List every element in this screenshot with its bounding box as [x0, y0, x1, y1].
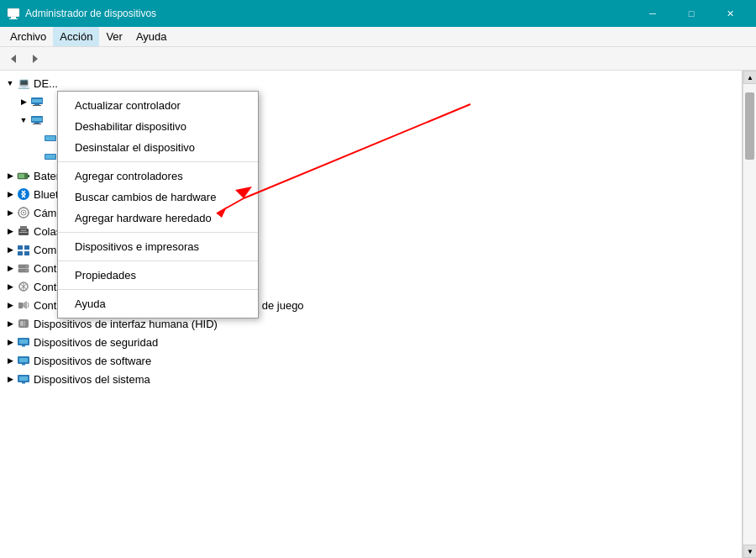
menu-item-agregar-hw[interactable]: Agregar hardware heredado [58, 208, 258, 229]
scrollbar[interactable]: ▲ ▼ [743, 71, 756, 558]
net1-icon [30, 95, 44, 108]
svg-rect-54 [22, 364, 25, 366]
separator-2 [58, 232, 258, 233]
ctrl-bus-icon [17, 280, 30, 293]
computer-icon: 💻 [17, 76, 30, 90]
toolbar-back-button[interactable] [3, 49, 24, 69]
scrollbar-thumb[interactable] [745, 92, 754, 160]
expand-bluetooth[interactable]: ▶ [3, 187, 17, 201]
expand-ctrl-son[interactable]: ▶ [3, 298, 17, 312]
svg-rect-18 [28, 175, 29, 177]
svg-rect-33 [24, 245, 29, 250]
menu-item-desinstalar[interactable]: Desinstalar el dispositivo [58, 137, 258, 158]
colas-icon [17, 224, 30, 238]
ctrl-alm-icon [17, 261, 30, 275]
menu-ver[interactable]: Ver [99, 27, 129, 46]
svg-rect-51 [22, 345, 25, 347]
svg-rect-44 [18, 303, 23, 308]
expand-ctrl-bus[interactable]: ▶ [3, 280, 17, 293]
bluetooth-icon [17, 187, 30, 201]
svg-rect-0 [8, 8, 19, 17]
scrollbar-track[interactable] [743, 84, 756, 545]
menu-item-agregar-ctrl[interactable]: Agregar controladores [58, 166, 258, 187]
svg-rect-16 [45, 155, 55, 159]
svg-rect-34 [18, 251, 23, 255]
scroll-up-button[interactable]: ▲ [743, 71, 756, 84]
sis-label: Dispositivos del sistema [34, 373, 150, 386]
menu-accion[interactable]: Acción [53, 27, 99, 46]
svg-rect-53 [19, 358, 28, 362]
soft-label: Dispositivos de software [34, 355, 151, 367]
svg-rect-11 [33, 124, 41, 124]
expand-wan-sstp [30, 150, 44, 164]
svg-rect-30 [19, 232, 28, 233]
wan-sstp-icon [44, 150, 57, 164]
menu-item-deshabilitar[interactable]: Deshabilitar dispositivo [58, 116, 258, 137]
soft-icon [17, 354, 30, 367]
expand-wan-pptp [30, 132, 44, 145]
svg-rect-8 [32, 99, 42, 103]
menu-item-ayuda-item[interactable]: Ayuda [58, 293, 258, 314]
svg-rect-7 [33, 105, 41, 106]
svg-rect-47 [20, 321, 24, 326]
svg-point-39 [26, 270, 28, 271]
menu-bar: Archivo Acción Ver Ayuda [0, 27, 756, 47]
separator-4 [58, 289, 258, 290]
minimize-button[interactable]: ─ [633, 0, 672, 27]
svg-rect-31 [21, 230, 26, 231]
window-title: Administrador de dispositivos [25, 8, 633, 19]
net2-icon [30, 113, 44, 127]
expand-componentes[interactable]: ▶ [3, 243, 17, 256]
expand-seg[interactable]: ▶ [3, 335, 17, 349]
expand-camaras[interactable]: ▶ [3, 206, 17, 219]
svg-rect-35 [24, 251, 29, 255]
tree-item-seg[interactable]: ▶ Dispositivos de seguridad [0, 333, 742, 351]
tree-item-root[interactable]: ▼ 💻 DE... [0, 74, 742, 92]
toolbar [0, 47, 756, 71]
svg-rect-12 [32, 118, 42, 121]
tree-item-sis[interactable]: ▶ Dispositivos del sistema [0, 370, 742, 388]
expand-baterias[interactable]: ▶ [3, 169, 17, 182]
expand-net2[interactable]: ▼ [17, 113, 30, 127]
svg-marker-3 [11, 55, 16, 63]
separator-1 [58, 161, 258, 162]
expand-ctrl-alm[interactable]: ▶ [3, 261, 17, 275]
sis-icon [17, 372, 30, 386]
svg-point-20 [18, 188, 29, 200]
svg-rect-32 [18, 245, 23, 250]
toolbar-forward-button[interactable] [25, 49, 45, 69]
menu-item-buscar[interactable]: Buscar cambios de hardware [58, 187, 258, 208]
wan-pptp-icon [44, 132, 57, 145]
scroll-down-button[interactable]: ▼ [743, 545, 756, 558]
svg-rect-19 [18, 174, 24, 178]
svg-rect-1 [11, 17, 16, 18]
svg-rect-56 [19, 376, 28, 381]
app-icon [7, 7, 20, 20]
svg-rect-29 [20, 226, 27, 229]
expand-net1[interactable]: ▶ [17, 95, 30, 108]
menu-item-propiedades[interactable]: Propiedades [58, 265, 258, 286]
svg-point-38 [26, 266, 28, 267]
tree-item-soft[interactable]: ▶ Dispositivos de software [0, 351, 742, 370]
menu-item-dispositivos[interactable]: Dispositivos e impresoras [58, 236, 258, 257]
expand-colas[interactable]: ▶ [3, 224, 17, 238]
close-button[interactable]: ✕ [711, 0, 749, 27]
camaras-icon [17, 206, 30, 219]
seg-icon [17, 335, 30, 349]
menu-archivo[interactable]: Archivo [3, 27, 53, 46]
svg-rect-14 [45, 136, 55, 140]
expand-soft[interactable]: ▶ [3, 354, 17, 367]
svg-marker-4 [33, 55, 38, 63]
menu-ayuda[interactable]: Ayuda [129, 27, 174, 46]
expand-hid[interactable]: ▶ [3, 317, 17, 330]
svg-rect-57 [22, 382, 25, 384]
svg-rect-50 [19, 340, 28, 344]
main-area: ▼ 💻 DE... ▶ ▼ [0, 71, 756, 558]
maximize-button[interactable]: □ [672, 0, 711, 27]
expand-root[interactable]: ▼ [3, 76, 17, 90]
componentes-icon [17, 243, 30, 256]
menu-item-actualizar[interactable]: Actualizar controlador [58, 95, 258, 116]
expand-sis[interactable]: ▶ [3, 372, 17, 386]
svg-rect-48 [24, 321, 25, 326]
baterias-icon [17, 169, 30, 182]
